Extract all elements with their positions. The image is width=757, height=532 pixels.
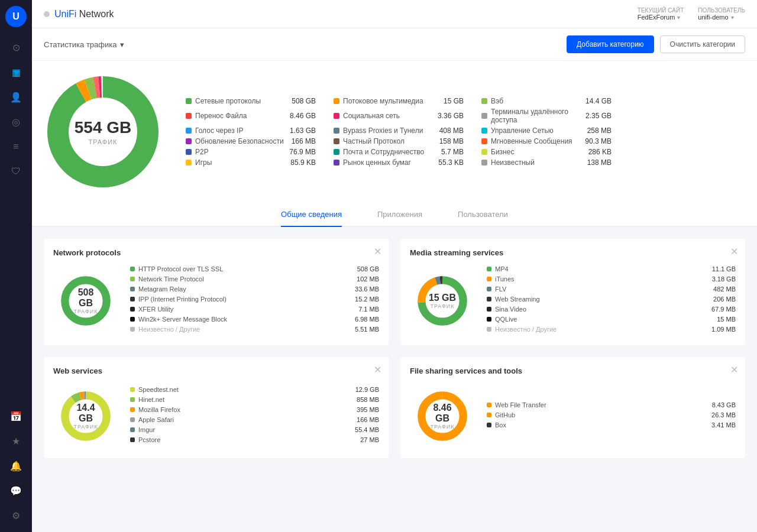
card-list-item: XFER Utility 7.1 MB [130, 306, 379, 313]
legend-value: 408 MB [439, 126, 464, 135]
chart-row: 554 GB ТРАФИК Сетевые протоколы 508 GB П… [44, 73, 745, 191]
card-list-item: Sina Video 67.9 MB [487, 306, 736, 313]
legend-dot [186, 138, 192, 144]
card-list-item: Pcstore 27 MB [130, 436, 379, 443]
card-item-value: 166 MB [357, 416, 379, 423]
sidebar-icon-dashboard[interactable]: ⊙ [5, 37, 27, 58]
card-item-value: 11.1 GB [712, 265, 736, 273]
card-list-item: Web Streaming 206 MB [487, 296, 736, 303]
main-chart-section: 554 GB ТРАФИК Сетевые протоколы 508 GB П… [32, 61, 757, 203]
card-list-item: GitHub 26.3 MB [487, 411, 736, 419]
sidebar-icon-shield[interactable]: 🛡 [5, 161, 27, 182]
sidebar-icon-users[interactable]: 👤 [5, 86, 27, 108]
card-list-item: Неизвестно / Другие 1.09 MB [487, 326, 736, 333]
main-donut-chart: 554 GB ТРАФИК [44, 73, 162, 191]
card-list-item: Неизвестно / Другие 5.51 MB [130, 326, 379, 333]
legend-value: 286 KB [588, 148, 612, 156]
add-category-button[interactable]: Добавить категорию [567, 35, 654, 53]
card-item-name: Win2k+ Server Message Block [138, 316, 351, 323]
legend-dot [334, 98, 339, 104]
legend-name: Частный Протокол [343, 137, 436, 145]
card-title: Media streaming services [410, 248, 736, 257]
cards-grid: Network protocols ✕ 508 GB ТРАФИК HTTP P… [32, 227, 757, 470]
legend-name: Обновление Безопасности [195, 137, 288, 145]
subheader-title: Статистика трафика [44, 40, 117, 49]
legend-value: 90.3 MB [585, 137, 612, 145]
card-list-item: Box 3.41 MB [487, 421, 736, 429]
topbar-user-group[interactable]: ПОЛЬЗОВАТЕЛЬ unifi-demo ▾ [698, 7, 745, 21]
card-item-dot [487, 307, 491, 312]
card-close-button[interactable]: ✕ [374, 246, 381, 257]
card-donut-value: 508 GB [70, 287, 102, 309]
sidebar-logo[interactable]: U [5, 6, 27, 27]
card-item-name: Web Streaming [495, 296, 710, 303]
card-item-dot [130, 327, 135, 332]
sidebar-icon-star[interactable]: ★ [5, 430, 27, 452]
card-item-dot [130, 427, 135, 432]
legend-dot [334, 113, 339, 119]
sidebar-icon-chat[interactable]: 💬 [5, 480, 27, 501]
legend-item: Мгновенные Сообщения 90.3 MB [481, 137, 612, 145]
legend-name: Игры [195, 158, 287, 167]
legend-dot [481, 128, 487, 134]
card-item-name: MP4 [495, 265, 709, 273]
sidebar-icon-target[interactable]: ◎ [5, 111, 27, 132]
legend-value: 3.36 GB [438, 112, 464, 120]
legend-dot [186, 98, 192, 104]
card-item-name: Sina Video [495, 306, 708, 313]
card-title: Network protocols [53, 248, 379, 257]
card-item-dot [130, 387, 135, 392]
card-item-dot [487, 327, 491, 332]
card-list-item: Network Time Protocol 102 MB [130, 275, 379, 283]
card-donut-center: 14.4 GB ТРАФИК [70, 403, 102, 430]
card-title: Web services [53, 366, 379, 375]
subheader-title-group[interactable]: Статистика трафика ▾ [44, 40, 124, 49]
tab-общие-сведения[interactable]: Общие сведения [281, 203, 342, 227]
card-donut-wrap: 508 GB ТРАФИК [53, 268, 118, 333]
legend-item: Почта и Сотрудничество 5.7 MB [334, 148, 464, 156]
legend-dot [334, 149, 339, 155]
legend-item: Социальная сеть 3.36 GB [334, 108, 464, 124]
main-donut-value: 554 GB [75, 118, 132, 137]
legend-dot [186, 113, 192, 119]
legend-item: Терминалы удалённого доступа 2.35 GB [481, 108, 612, 124]
card-item-dot [487, 267, 491, 271]
legend-value: 508 GB [292, 97, 316, 105]
card-donut-value: 14.4 GB [70, 403, 102, 424]
sidebar-icon-bell[interactable]: 🔔 [5, 455, 27, 476]
topbar-site-group[interactable]: ТЕКУЩИЙ САЙТ FedExForum ▾ [638, 7, 684, 21]
sidebar-icon-calendar[interactable]: 📅 [5, 406, 27, 427]
user-chevron-icon: ▾ [731, 14, 734, 21]
main-donut-center: 554 GB ТРАФИК [75, 118, 132, 145]
card-item-name: Pcstore [138, 436, 357, 443]
card-item-value: 26.3 MB [711, 411, 736, 419]
topbar-meta: ТЕКУЩИЙ САЙТ FedExForum ▾ ПОЛЬЗОВАТЕЛЬ u… [638, 7, 745, 21]
card-item-name: Speedtest.net [138, 386, 352, 393]
card-item-dot [130, 307, 135, 312]
card-item-name: Hinet.net [138, 396, 353, 403]
card-item-dot [130, 287, 135, 291]
card-list-item: iTunes 3.18 GB [487, 275, 736, 283]
legend-item: Игры 85.9 KB [186, 158, 316, 167]
card-body: 508 GB ТРАФИК HTTP Protocol over TLS SSL… [53, 265, 379, 336]
legend-value: 15 GB [444, 97, 464, 105]
legend-value: 158 MB [439, 137, 464, 145]
card-item-name: iTunes [495, 275, 709, 283]
subheader-actions: Добавить категорию Очистить категории [567, 35, 745, 53]
card-close-button[interactable]: ✕ [374, 364, 381, 375]
tab-пользователи[interactable]: Пользователи [458, 203, 508, 227]
legend-dot [481, 98, 487, 104]
legend-dot [481, 113, 487, 119]
sidebar-icon-stats[interactable]: ▦ [5, 61, 27, 83]
topbar-logo: UniFi Network [44, 9, 114, 20]
legend-dot [186, 160, 192, 166]
clear-categories-button[interactable]: Очистить категории [660, 35, 745, 53]
card-item-dot [487, 403, 491, 407]
card-list-item: FLV 482 MB [487, 286, 736, 293]
sidebar-icon-settings[interactable]: ⚙ [5, 505, 27, 526]
legend-dot [481, 160, 487, 166]
card-close-button[interactable]: ✕ [730, 364, 738, 375]
card-close-button[interactable]: ✕ [730, 246, 738, 257]
sidebar-icon-table[interactable]: ≡ [5, 136, 27, 157]
tab-приложения[interactable]: Приложения [377, 203, 422, 227]
